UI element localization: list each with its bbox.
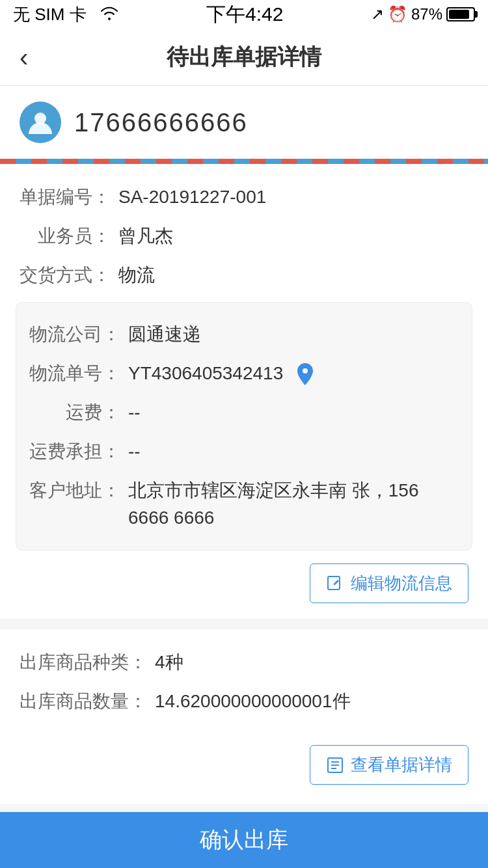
confirm-outbound-button[interactable]: 确认出库 bbox=[200, 825, 288, 855]
order-no-label: 单据编号： bbox=[20, 183, 111, 211]
address-label: 客户地址： bbox=[29, 477, 120, 504]
avatar bbox=[20, 102, 61, 143]
battery-percent: 87% bbox=[411, 5, 442, 23]
address-value: 北京市市辖区海淀区永丰南 张，156 6666 6666 bbox=[128, 477, 459, 532]
order-no-row: 单据编号： SA-20191227-001 bbox=[20, 183, 468, 211]
back-button[interactable]: ‹ bbox=[20, 44, 28, 70]
customer-header: 17666666666 bbox=[0, 86, 488, 159]
status-carrier: 无 SIM 卡 bbox=[13, 3, 118, 26]
edit-icon bbox=[326, 575, 344, 593]
status-indicators: ↗ ⏰ 87% bbox=[371, 5, 475, 23]
goods-types-value: 4种 bbox=[155, 649, 468, 676]
confirm-button-container: 确认出库 bbox=[0, 812, 488, 868]
order-no-value: SA-20191227-001 bbox=[118, 183, 468, 211]
order-info-section: 单据编号： SA-20191227-001 业务员： 曾凡杰 交货方式： 物流 bbox=[0, 164, 488, 302]
freight-bearer-row: 运费承担： -- bbox=[29, 438, 459, 465]
edit-logistics-row: 编辑物流信息 bbox=[0, 550, 488, 619]
salesman-row: 业务员： 曾凡杰 bbox=[20, 223, 468, 250]
delivery-value: 物流 bbox=[118, 262, 468, 289]
address-row: 客户地址： 北京市市辖区海淀区永丰南 张，156 6666 6666 bbox=[29, 477, 459, 532]
view-detail-button[interactable]: 查看单据详情 bbox=[310, 745, 468, 785]
alarm-icon: ⏰ bbox=[388, 5, 407, 23]
delivery-row: 交货方式： 物流 bbox=[20, 262, 468, 289]
goods-quantity-label: 出库商品数量： bbox=[20, 688, 147, 715]
goods-quantity-row: 出库商品数量： 14.620000000000001件 bbox=[20, 688, 468, 715]
battery-icon bbox=[446, 7, 475, 21]
salesman-label: 业务员： bbox=[20, 223, 111, 250]
nav-bar: ‹ 待出库单据详情 bbox=[0, 29, 488, 86]
freight-row: 运费： -- bbox=[29, 399, 459, 426]
delivery-label: 交货方式： bbox=[20, 262, 111, 289]
tracking-value: YT4306405342413 bbox=[128, 360, 459, 387]
list-icon bbox=[326, 756, 344, 774]
logistics-section: 物流公司： 圆通速递 物流单号： YT4306405342413 运费： -- … bbox=[16, 302, 472, 550]
tracking-label: 物流单号： bbox=[29, 360, 120, 387]
edit-logistics-button[interactable]: 编辑物流信息 bbox=[310, 563, 468, 603]
goods-types-label: 出库商品种类： bbox=[20, 649, 147, 676]
logistics-company-value: 圆通速递 bbox=[128, 321, 459, 348]
separator-1 bbox=[0, 619, 488, 629]
logistics-company-label: 物流公司： bbox=[29, 321, 120, 348]
page-title: 待出库单据详情 bbox=[167, 42, 321, 72]
wifi-icon bbox=[100, 5, 118, 24]
freight-bearer-value: -- bbox=[128, 438, 459, 465]
freight-bearer-label: 运费承担： bbox=[29, 438, 120, 465]
freight-label: 运费： bbox=[29, 399, 120, 426]
goods-quantity-value: 14.620000000000001件 bbox=[155, 688, 468, 715]
customer-phone: 17666666666 bbox=[74, 108, 248, 137]
svg-rect-1 bbox=[328, 576, 340, 590]
logistics-company-row: 物流公司： 圆通速递 bbox=[29, 321, 459, 348]
status-time: 下午4:42 bbox=[206, 1, 283, 28]
location-status-icon: ↗ bbox=[371, 5, 384, 23]
tracking-row: 物流单号： YT4306405342413 bbox=[29, 360, 459, 387]
view-detail-row: 查看单据详情 bbox=[0, 735, 488, 804]
map-pin-icon[interactable] bbox=[293, 362, 317, 385]
status-bar: 无 SIM 卡 下午4:42 ↗ ⏰ 87% bbox=[0, 0, 488, 29]
goods-info-section: 出库商品种类： 4种 出库商品数量： 14.620000000000001件 bbox=[0, 629, 488, 735]
dashed-divider bbox=[0, 159, 488, 164]
freight-value: -- bbox=[128, 399, 459, 426]
goods-types-row: 出库商品种类： 4种 bbox=[20, 649, 468, 676]
salesman-value: 曾凡杰 bbox=[118, 223, 468, 250]
